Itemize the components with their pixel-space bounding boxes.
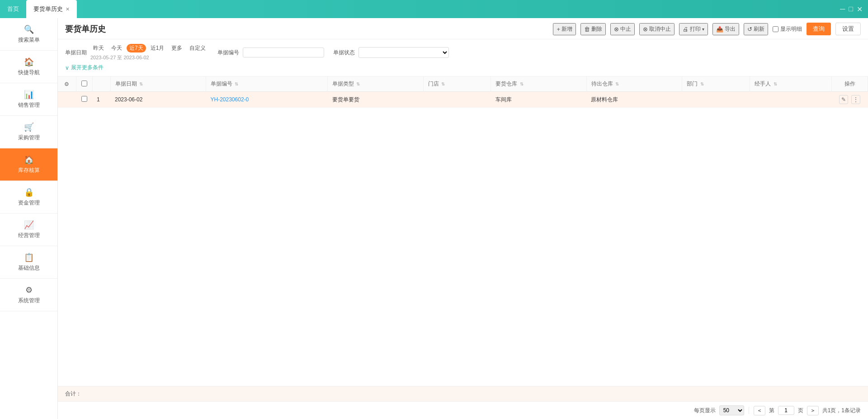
- sort-handler-icon: ⇅: [774, 81, 777, 86]
- th-checkbox: [76, 76, 92, 92]
- print-button[interactable]: 🖨 打印 ▾: [679, 23, 708, 35]
- minimize-icon[interactable]: ─: [840, 5, 845, 13]
- total-info: 共1页，1条记录: [822, 407, 861, 414]
- th-operation-label: 操作: [844, 81, 855, 87]
- settings-button[interactable]: 设置: [835, 23, 861, 35]
- sidebar-item-sys-label: 系统管理: [18, 297, 40, 305]
- tab-bill-history[interactable]: 要货单历史 ✕: [26, 0, 77, 18]
- close-icon[interactable]: ✕: [857, 5, 863, 14]
- sidebar-item-purchase[interactable]: 🛒 采购管理: [0, 116, 57, 148]
- refresh-label: 刷新: [754, 25, 764, 33]
- th-bill-type[interactable]: 单据类型 ⇅: [328, 76, 424, 92]
- page-number-input[interactable]: [778, 406, 794, 415]
- content-area: 要货单历史 + 新增 🗑 删除 ⊗ 中止 ⊗ 取消中止: [58, 18, 868, 419]
- sidebar-item-finance[interactable]: 🔒 资金管理: [0, 181, 57, 214]
- sidebar-item-sales[interactable]: 📊 销售管理: [0, 83, 57, 116]
- td-checkbox: [76, 92, 92, 108]
- print-label: 打印: [690, 25, 701, 33]
- date-btn-today[interactable]: 今天: [108, 44, 125, 52]
- maximize-icon[interactable]: □: [849, 5, 853, 13]
- th-store[interactable]: 门店 ⇅: [423, 76, 491, 92]
- expand-more-btn[interactable]: ∨ 展开更多条件: [65, 64, 861, 71]
- display-detail-label: 显示明细: [780, 25, 802, 33]
- cancel-stop-button[interactable]: ⊗ 取消中止: [639, 23, 675, 35]
- table-body: 1 2023-06-02 YH-20230602-0 要货单要货 车间库 原材料…: [58, 92, 868, 108]
- date-btn-more[interactable]: 更多: [169, 44, 185, 52]
- date-btn-custom[interactable]: 自定义: [187, 44, 208, 52]
- pagination-bar: 每页显示 10 20 50 100 200 ＜ 第 页 ＞ 共1页，1条记录: [58, 401, 868, 419]
- th-dept[interactable]: 部门 ⇅: [682, 76, 750, 92]
- refresh-button[interactable]: ↺ 刷新: [744, 23, 768, 35]
- th-row-no: [92, 76, 110, 92]
- th-operation: 操作: [832, 76, 868, 92]
- display-detail-toggle[interactable]: 显示明细: [773, 25, 802, 33]
- sidebar-item-sales-label: 销售管理: [18, 101, 40, 109]
- th-bill-date[interactable]: 单据日期 ⇅: [110, 76, 206, 92]
- expand-more-label: 展开更多条件: [71, 64, 104, 71]
- th-bill-no[interactable]: 单据编号 ⇅: [206, 76, 328, 92]
- row-more-icon[interactable]: ⋮: [851, 95, 860, 104]
- sidebar-item-quick-nav-label: 快捷导航: [18, 69, 40, 76]
- add-button[interactable]: + 新增: [553, 23, 576, 35]
- sort-bill-type-icon: ⇅: [356, 81, 360, 86]
- th-dept-label: 部门: [687, 81, 698, 87]
- tab-close-icon[interactable]: ✕: [66, 6, 70, 12]
- table-container: ⚙ 单据日期 ⇅ 单据编号 ⇅: [58, 76, 868, 386]
- bills-table: ⚙ 单据日期 ⇅ 单据编号 ⇅: [58, 76, 868, 108]
- display-detail-checkbox[interactable]: [773, 26, 778, 32]
- filter-row: 单据日期 昨天 今天 近7天 近1月 更多 自定义 2023-05-27 至 2…: [65, 44, 861, 61]
- sidebar-item-inventory-label: 库存核算: [18, 167, 40, 174]
- prev-page-btn[interactable]: ＜: [754, 406, 765, 415]
- td-bill-date: 2023-06-02: [110, 92, 206, 108]
- sort-bill-no-icon: ⇅: [235, 81, 238, 86]
- query-button[interactable]: 查询: [807, 23, 831, 35]
- td-settings: [58, 92, 76, 108]
- sort-store-icon: ⇅: [441, 81, 445, 86]
- date-filter-group: 单据日期 昨天 今天 近7天 近1月 更多 自定义 2023-05-27 至 2…: [65, 44, 208, 61]
- column-settings-icon[interactable]: ⚙: [64, 81, 69, 87]
- bill-no-input[interactable]: [243, 48, 324, 57]
- page-unit: 页: [798, 407, 803, 414]
- page-title: 要货单历史: [65, 24, 106, 34]
- sidebar-item-search-menu[interactable]: 🔍 搜索菜单: [0, 18, 57, 51]
- next-page-btn[interactable]: ＞: [807, 406, 819, 415]
- search-menu-icon: 🔍: [24, 24, 34, 34]
- refresh-icon: ↺: [747, 26, 752, 33]
- th-bill-no-label: 单据编号: [211, 81, 232, 87]
- date-btn-1month[interactable]: 近1月: [148, 44, 167, 52]
- tab-home[interactable]: 首页: [0, 0, 26, 18]
- select-all-checkbox[interactable]: [81, 81, 87, 86]
- td-bill-type: 要货单要货: [328, 92, 424, 108]
- sidebar-item-ops[interactable]: 📈 经营管理: [0, 214, 57, 246]
- export-button[interactable]: 📤 导出: [712, 23, 739, 35]
- header-actions: + 新增 🗑 删除 ⊗ 中止 ⊗ 取消中止 🖨 打印: [553, 23, 861, 35]
- row-checkbox[interactable]: [81, 96, 87, 102]
- date-filter-buttons: 昨天 今天 近7天 近1月 更多 自定义: [90, 44, 208, 52]
- sidebar-item-sys[interactable]: ⚙ 系统管理: [0, 279, 57, 311]
- add-icon: +: [557, 26, 560, 33]
- date-btn-yesterday[interactable]: 昨天: [90, 44, 107, 52]
- bill-no-link[interactable]: YH-20230602-0: [211, 96, 249, 103]
- delete-label: 删除: [591, 25, 602, 33]
- th-handler[interactable]: 经手人 ⇅: [750, 76, 832, 92]
- delete-button[interactable]: 🗑 删除: [580, 23, 606, 35]
- sidebar-item-inventory[interactable]: 🏠 库存核算: [0, 148, 57, 181]
- filter-area: 单据日期 昨天 今天 近7天 近1月 更多 自定义 2023-05-27 至 2…: [58, 39, 868, 76]
- bill-no-filter-label: 单据编号: [217, 49, 239, 57]
- row-edit-icon[interactable]: ✎: [839, 95, 848, 104]
- sort-req-warehouse-icon: ⇅: [520, 81, 524, 86]
- sidebar-item-quick-nav[interactable]: 🏠 快捷导航: [0, 51, 57, 83]
- stop-label: 中止: [620, 25, 631, 33]
- date-btn-7days[interactable]: 近7天: [127, 44, 146, 52]
- finance-icon: 🔒: [24, 187, 34, 197]
- table-header-row: ⚙ 单据日期 ⇅ 单据编号 ⇅: [58, 76, 868, 92]
- status-select[interactable]: [359, 47, 449, 58]
- sort-bill-date-icon: ⇅: [139, 81, 143, 86]
- page-size-select[interactable]: 10 20 50 100 200: [719, 405, 744, 415]
- th-req-warehouse[interactable]: 要货仓库 ⇅: [491, 76, 587, 92]
- bill-no-filter-group: 单据编号: [217, 48, 324, 57]
- th-pending-warehouse[interactable]: 待出仓库 ⇅: [586, 76, 682, 92]
- sidebar-item-basic-info[interactable]: 📋 基础信息: [0, 246, 57, 279]
- th-handler-label: 经手人: [755, 81, 771, 87]
- stop-button[interactable]: ⊗ 中止: [610, 23, 635, 35]
